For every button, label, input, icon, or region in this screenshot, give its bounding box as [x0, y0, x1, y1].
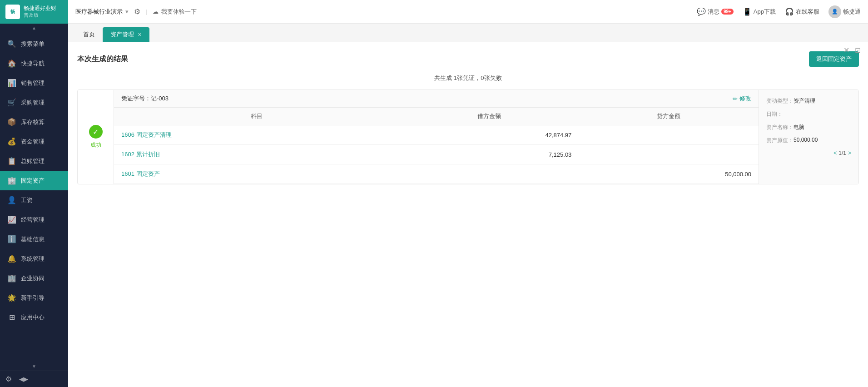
messages-action[interactable]: 💬 消息 99+ [697, 7, 734, 16]
sidebar-item-basic-info[interactable]: ℹ️ 基础信息 [0, 229, 68, 249]
col-subject: 科目 [114, 108, 399, 125]
ledger-icon: 📋 [7, 157, 16, 165]
sales-icon: 📊 [7, 79, 16, 87]
system-icon: 🔔 [7, 254, 16, 263]
experience-text: 我要体验一下 [161, 8, 197, 16]
chevron-down-icon: ▾ [125, 8, 129, 15]
sidebar-item-label: 销售管理 [21, 79, 45, 87]
edit-button[interactable]: ✏ 修改 [733, 94, 751, 103]
sidebar-item-purchase[interactable]: 🛒 采购管理 [0, 93, 68, 112]
topbar-sep: | [146, 8, 147, 15]
side-pagination: < 1/1 > [766, 150, 851, 156]
cell-debit: 7,125.03 [399, 145, 579, 164]
cell-credit [579, 145, 759, 164]
user-action[interactable]: 👤 畅捷通 [828, 5, 861, 18]
app-center-icon: ⊞ [7, 313, 16, 322]
sidebar-item-label: 新手引导 [21, 294, 45, 302]
scroll-up-arrow[interactable]: ▲ [0, 24, 68, 32]
expand-icon[interactable]: ⊡ [855, 46, 861, 55]
scroll-down-arrow[interactable]: ▼ [0, 362, 68, 371]
change-type-label: 变动类型： [766, 97, 794, 105]
pagination-text: 1/1 [838, 150, 846, 156]
sidebar-item-label: 经营管理 [21, 216, 45, 224]
app-download-action[interactable]: 📱 App下载 [743, 7, 776, 16]
sidebar-item-guide[interactable]: 🌟 新手引导 [0, 288, 68, 308]
sidebar-item-ledger[interactable]: 📋 总账管理 [0, 151, 68, 171]
company-selector[interactable]: 医疗器械行业演示 ▾ [75, 8, 129, 16]
cell-credit: 50,000.00 [579, 164, 759, 184]
message-icon: 💬 [697, 7, 706, 16]
topbar-settings-icon[interactable]: ⚙ [134, 7, 140, 16]
sidebar-item-label: 固定资产 [21, 177, 45, 185]
sidebar-logo: 畅 畅捷通好业财 普及版 [0, 0, 68, 24]
user-label: 畅捷通 [843, 8, 861, 16]
collapse-icon[interactable]: ◀▶ [19, 376, 28, 382]
sidebar-item-quick-nav[interactable]: 🏠 快捷导航 [0, 54, 68, 73]
window-controls: ✕ ⊡ [843, 46, 861, 55]
table-row: 1602 累计折旧 7,125.03 [114, 145, 759, 164]
messages-badge: 99+ [721, 9, 734, 15]
tab-close-icon[interactable]: ✕ [138, 32, 142, 38]
sidebar-item-payroll[interactable]: 👤 工资 [0, 190, 68, 210]
page-title: 本次生成的结果 [77, 55, 128, 64]
sidebar-item-label: 采购管理 [21, 99, 45, 107]
tabbar: 首页 资产管理 ✕ [68, 24, 868, 42]
sidebar-item-label: 应用中心 [21, 313, 45, 322]
settings-icon[interactable]: ⚙ [5, 375, 12, 383]
online-service-label: 在线客服 [796, 8, 819, 16]
asset-name-value: 电脑 [794, 124, 851, 131]
sidebar-item-label: 库存核算 [21, 118, 45, 126]
change-type-value: 资产清理 [794, 97, 851, 105]
content-header: 本次生成的结果 返回固定资产 [77, 51, 859, 67]
sidebar-item-search-menu[interactable]: 🔍 搜索菜单 [0, 34, 68, 54]
sidebar-item-fixed-assets[interactable]: 🏢 固定资产 [0, 171, 68, 190]
search-icon: 🔍 [7, 40, 16, 48]
payroll-icon: 👤 [7, 196, 16, 204]
operations-icon: 📈 [7, 215, 16, 224]
app-download-label: App下载 [754, 8, 776, 16]
sidebar-item-inventory[interactable]: 📦 库存核算 [0, 112, 68, 132]
sidebar-item-label: 快捷导航 [21, 60, 45, 68]
logo-title: 畅捷通好业财 [24, 5, 56, 12]
side-date: 日期： [766, 110, 851, 118]
sidebar-bottom: ⚙ ◀▶ [0, 371, 68, 387]
fixed-assets-icon: 🏢 [7, 176, 16, 185]
sidebar-item-operations[interactable]: 📈 经营管理 [0, 210, 68, 229]
sidebar-item-sales[interactable]: 📊 销售管理 [0, 73, 68, 93]
edit-icon: ✏ [733, 95, 738, 102]
asset-name-label: 资产名称： [766, 124, 794, 131]
cloud-icon: ☁ [153, 8, 159, 15]
online-service-action[interactable]: 🎧 在线客服 [785, 7, 819, 16]
status-text: 成功 [90, 141, 101, 149]
cell-credit [579, 125, 759, 145]
voucher-block: ✓ 成功 凭证字号：记-003 ✏ 修改 科目 借方 [77, 89, 859, 184]
tab-asset-management[interactable]: 资产管理 ✕ [103, 27, 149, 42]
asset-value-label: 资产原值： [766, 137, 794, 144]
sidebar-item-label: 基础信息 [21, 235, 45, 243]
basic-info-icon: ℹ️ [7, 235, 16, 243]
sidebar-item-app-center[interactable]: ⊞ 应用中心 [0, 308, 68, 327]
sidebar-nav: 🔍 搜索菜单 🏠 快捷导航 📊 销售管理 🛒 采购管理 📦 库存核算 💰 资金管… [0, 32, 68, 362]
service-icon: 🎧 [785, 7, 794, 16]
sidebar-item-finance[interactable]: 💰 资金管理 [0, 132, 68, 151]
cell-subject: 1606 固定资产清理 [114, 125, 399, 145]
experience-button[interactable]: ☁ 我要体验一下 [153, 8, 197, 16]
table-row: 1601 固定资产 50,000.00 [114, 164, 759, 184]
cell-subject: 1602 累计折旧 [114, 145, 399, 164]
messages-label: 消息 [708, 8, 719, 16]
edit-label: 修改 [739, 94, 751, 103]
voucher-id: 凭证字号：记-003 [121, 94, 169, 103]
prev-page-button[interactable]: < [833, 150, 837, 156]
close-icon[interactable]: ✕ [843, 46, 849, 55]
topbar: 医疗器械行业演示 ▾ ⚙ | ☁ 我要体验一下 💬 消息 99+ 📱 App下载… [68, 0, 868, 24]
sidebar-item-system[interactable]: 🔔 系统管理 [0, 249, 68, 268]
side-asset-name: 资产名称： 电脑 [766, 124, 851, 131]
sidebar-item-label: 资金管理 [21, 138, 45, 146]
tab-home[interactable]: 首页 [75, 27, 103, 42]
next-page-button[interactable]: > [848, 150, 851, 156]
sidebar-item-enterprise[interactable]: 🏢 企业协同 [0, 268, 68, 288]
logo-subtitle: 普及版 [24, 12, 56, 19]
cell-debit [399, 164, 579, 184]
voucher-header: 凭证字号：记-003 ✏ 修改 [114, 90, 759, 108]
side-change-type: 变动类型： 资产清理 [766, 97, 851, 105]
